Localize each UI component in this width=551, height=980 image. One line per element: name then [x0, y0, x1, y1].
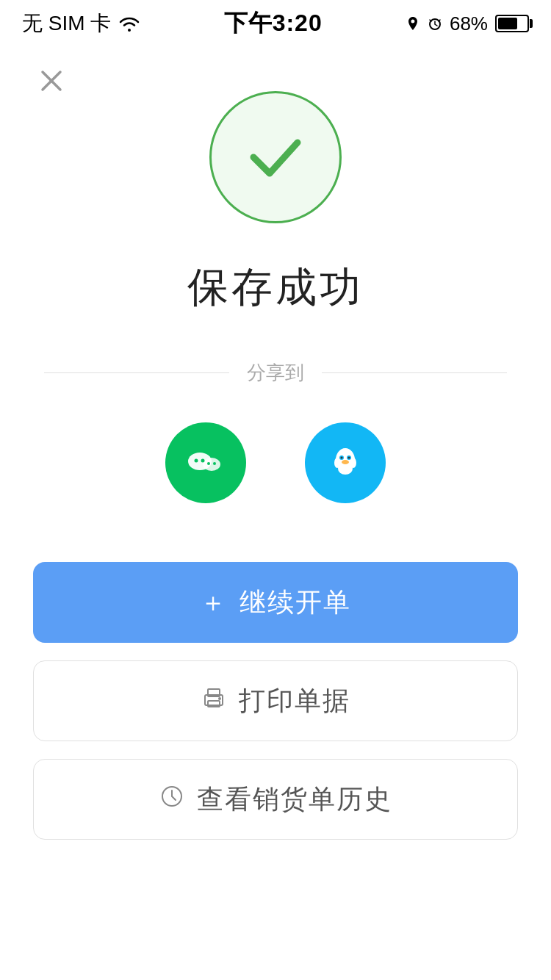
status-bar: 无 SIM 卡 下午3:20 68%	[0, 0, 551, 47]
svg-point-5	[195, 459, 198, 463]
svg-point-16	[348, 457, 350, 459]
location-icon	[406, 16, 420, 31]
wechat-share-button[interactable]	[165, 422, 246, 503]
main-content: 保存成功 分享到	[0, 47, 551, 840]
svg-point-15	[341, 457, 343, 459]
svg-point-12	[338, 463, 353, 475]
print-label: 打印单据	[239, 683, 350, 719]
divider-left	[44, 372, 229, 373]
svg-point-7	[207, 462, 210, 465]
history-icon	[159, 783, 185, 816]
divider-right	[322, 372, 507, 373]
svg-point-17	[342, 460, 349, 464]
wechat-icon	[184, 441, 228, 485]
status-time: 下午3:20	[224, 7, 323, 40]
svg-point-8	[213, 462, 216, 465]
success-icon-circle	[209, 91, 342, 223]
success-title: 保存成功	[187, 260, 364, 316]
action-buttons: ＋ 继续开单 打印单据 查看销货单历史	[33, 562, 518, 840]
wifi-icon	[118, 15, 140, 32]
checkmark-icon	[242, 124, 309, 190]
history-button[interactable]: 查看销货单历史	[33, 759, 518, 840]
share-row	[165, 422, 386, 503]
close-button[interactable]	[29, 59, 73, 103]
battery-icon	[495, 15, 529, 32]
qq-icon	[323, 441, 367, 485]
continue-label: 继续开单	[240, 585, 351, 621]
qq-share-button[interactable]	[305, 422, 386, 503]
print-button[interactable]: 打印单据	[33, 660, 518, 741]
battery-percent: 68%	[450, 12, 488, 35]
share-divider: 分享到	[0, 360, 551, 386]
print-icon	[201, 685, 227, 718]
status-right: 68%	[406, 12, 529, 35]
svg-point-21	[218, 697, 221, 700]
plus-icon: ＋	[200, 585, 228, 621]
history-label: 查看销货单历史	[197, 782, 392, 818]
status-carrier: 无 SIM 卡	[22, 10, 140, 37]
svg-point-6	[201, 459, 205, 463]
svg-point-4	[203, 458, 220, 471]
continue-button[interactable]: ＋ 继续开单	[33, 562, 518, 643]
share-label: 分享到	[229, 360, 322, 386]
alarm-icon	[428, 16, 442, 31]
